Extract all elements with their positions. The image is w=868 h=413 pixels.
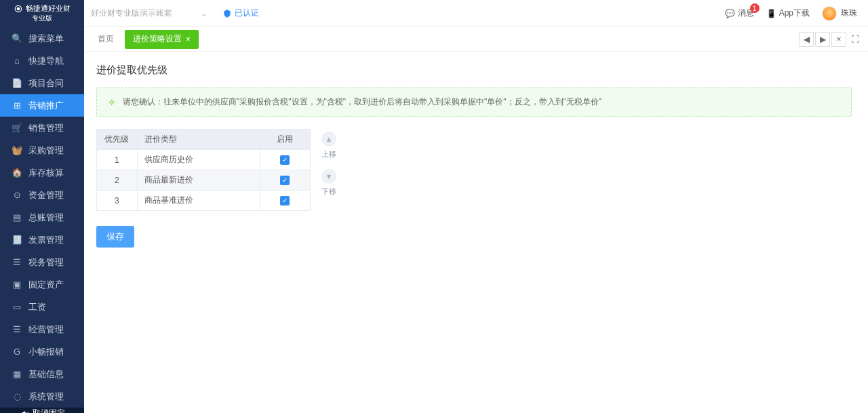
fullscreen-button[interactable]: ⛶	[848, 32, 863, 47]
cell-priority: 1	[97, 150, 138, 170]
tab-prev-button[interactable]: ◀	[799, 32, 814, 47]
menu-icon: ⊙	[12, 191, 22, 200]
avatar	[822, 6, 837, 21]
cell-type: 商品基准进价	[137, 191, 260, 211]
table-row[interactable]: 1 供应商历史价 ✓	[97, 150, 311, 170]
sidebar-item-label: 小畅报销	[28, 346, 64, 358]
sidebar-item[interactable]: G小畅报销	[0, 340, 84, 363]
phone-icon: 📱	[766, 9, 776, 18]
sidebar-item[interactable]: ☰税务管理	[0, 251, 84, 273]
menu-icon: ▭	[12, 302, 22, 312]
app-download-button[interactable]: 📱 App下载	[766, 7, 810, 19]
svg-point-1	[17, 7, 20, 10]
menu-icon: 🏠	[12, 168, 22, 178]
account-selector[interactable]: 好业财专业版演示账套 ⌄	[91, 7, 213, 19]
cell-enable: ✓	[260, 191, 311, 211]
sidebar-item[interactable]: 🧾发票管理	[0, 229, 84, 251]
sidebar: 🔍搜索菜单⌂快捷导航📄项目合同⊞营销推广🛒销售管理🧺采购管理🏠库存核算⊙资金管理…	[0, 27, 84, 413]
sidebar-item-label: 采购管理	[28, 144, 64, 157]
account-name: 好业财专业版演示账套	[91, 7, 172, 19]
menu-icon: 🛒	[12, 123, 22, 133]
priority-table: 优先级 进价类型 启用 1 供应商历史价 ✓2 商品最新进价 ✓3 商品基准进价…	[96, 129, 311, 211]
sidebar-item[interactable]: ▭工资	[0, 296, 84, 318]
menu-icon: ⊞	[12, 101, 22, 111]
tab-home[interactable]: 首页	[90, 30, 122, 49]
info-icon: ✧	[108, 97, 116, 108]
move-up-button[interactable]: ▲	[321, 132, 336, 146]
sidebar-item-label: 营销推广	[28, 100, 64, 112]
sidebar-item[interactable]: ⊙资金管理	[0, 184, 84, 206]
move-up-label: 上移	[321, 149, 336, 159]
menu-icon: ☰	[12, 325, 22, 334]
checkbox-checked-icon[interactable]: ✓	[280, 196, 290, 205]
menu-icon: 🔍	[12, 34, 22, 43]
cell-priority: 3	[97, 191, 138, 211]
close-icon[interactable]: ×	[186, 35, 191, 44]
notice-text: 请您确认：往来单位中的供应商"采购报价含税"设置，为"含税"，取到进价后将自动带…	[123, 96, 601, 108]
tab-price-strategy[interactable]: 进价策略设置 ×	[125, 30, 199, 49]
sidebar-item-label: 税务管理	[28, 256, 64, 269]
messages-button[interactable]: 💬 消息 1	[725, 7, 754, 19]
tab-next-button[interactable]: ▶	[815, 32, 830, 47]
col-priority: 优先级	[97, 130, 138, 150]
sidebar-item-label: 经营管理	[28, 323, 64, 336]
checkbox-checked-icon[interactable]: ✓	[280, 155, 290, 165]
sidebar-item[interactable]: ▦基础信息	[0, 363, 84, 385]
sidebar-item-label: 资金管理	[28, 189, 64, 201]
table-row[interactable]: 3 商品基准进价 ✓	[97, 191, 311, 211]
cell-type: 供应商历史价	[137, 150, 260, 170]
chevron-down-icon: ⌄	[201, 9, 208, 18]
tab-close-all-button[interactable]: ×	[831, 32, 846, 47]
tab-label: 进价策略设置	[133, 33, 182, 45]
sidebar-item-label: 销售管理	[28, 122, 64, 134]
verified-badge: 已认证	[222, 7, 259, 19]
brand-logo: 畅捷通好业财 专业版	[0, 0, 84, 27]
menu-icon: G	[12, 347, 22, 357]
sidebar-item[interactable]: 🧺采购管理	[0, 139, 84, 161]
menu-icon: 📄	[12, 79, 22, 88]
sidebar-item[interactable]: ⊞营销推广	[0, 94, 84, 117]
checkbox-checked-icon[interactable]: ✓	[280, 176, 290, 185]
menu-icon: ◌	[12, 392, 22, 401]
sidebar-pin-toggle[interactable]: ◀» 取消固定	[0, 408, 84, 413]
save-button[interactable]: 保存	[96, 226, 134, 248]
sidebar-item[interactable]: 🔍搜索菜单	[0, 27, 84, 50]
sidebar-item[interactable]: 🏠库存核算	[0, 161, 84, 184]
menu-icon: 🧾	[12, 235, 22, 245]
sidebar-item[interactable]: ◌系统管理	[0, 385, 84, 408]
cell-enable: ✓	[260, 150, 311, 170]
table-row[interactable]: 2 商品最新进价 ✓	[97, 170, 311, 191]
page-title: 进价提取优先级	[96, 64, 852, 77]
sidebar-item-label: 工资	[28, 301, 46, 313]
user-name: 珠珠	[841, 7, 857, 19]
sidebar-item-label: 基础信息	[28, 368, 64, 380]
user-menu[interactable]: 珠珠	[822, 6, 857, 21]
sidebar-item[interactable]: 🛒销售管理	[0, 117, 84, 139]
sidebar-item-label: 库存核算	[28, 167, 64, 179]
col-type: 进价类型	[137, 130, 260, 150]
menu-icon: ▤	[12, 213, 22, 222]
notice-banner: ✧ 请您确认：往来单位中的供应商"采购报价含税"设置，为"含税"，取到进价后将自…	[96, 87, 852, 117]
sidebar-item-label: 系统管理	[28, 391, 64, 403]
menu-icon: ▣	[12, 280, 22, 290]
menu-icon: ▦	[12, 370, 22, 379]
cell-enable: ✓	[260, 170, 311, 191]
sidebar-item[interactable]: ⌂快捷导航	[0, 50, 84, 72]
chat-icon: 💬	[725, 9, 735, 18]
app-download-label: App下载	[779, 7, 810, 19]
menu-icon: 🧺	[12, 146, 22, 155]
brand-name: 畅捷通好业财	[26, 3, 71, 14]
menu-icon: ⌂	[12, 56, 22, 66]
sidebar-item[interactable]: ▤总账管理	[0, 206, 84, 229]
cell-type: 商品最新进价	[137, 170, 260, 191]
move-down-button[interactable]: ▼	[321, 169, 336, 184]
col-enable: 启用	[260, 130, 311, 150]
sidebar-item-label: 项目合同	[28, 77, 64, 90]
sidebar-item[interactable]: ▣固定资产	[0, 273, 84, 296]
messages-badge: 1	[750, 3, 760, 13]
sidebar-item[interactable]: ☰经营管理	[0, 318, 84, 340]
menu-icon: ☰	[12, 258, 22, 267]
sidebar-item-label: 搜索菜单	[28, 33, 64, 45]
cell-priority: 2	[97, 170, 138, 191]
sidebar-item[interactable]: 📄项目合同	[0, 72, 84, 94]
